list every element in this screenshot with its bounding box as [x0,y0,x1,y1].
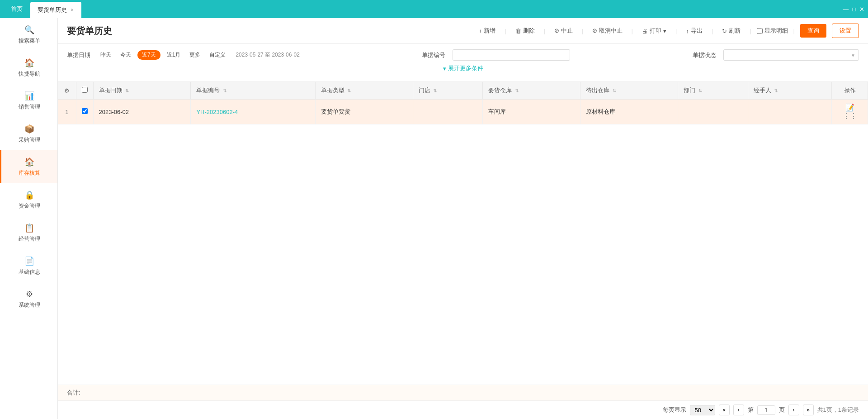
tab-history[interactable]: 要货单历史 × [30,2,81,18]
date-label: 单据日期 [67,51,90,59]
settings-col-icon: ⚙ [64,87,70,94]
sidebar-item-inventory[interactable]: 🏠 库存核算 [0,150,57,183]
window-minimize-btn[interactable]: — [843,6,849,13]
expand-chevron-icon: ▾ [443,65,446,72]
display-detail-toggle[interactable]: 显示明细 [757,27,788,35]
date-option-last1m[interactable]: 近1月 [164,50,184,60]
doc-no-input[interactable] [453,49,570,61]
tab-history-label: 要货单历史 [38,6,67,14]
settings-label: 设置 [840,27,851,35]
divider-8: | [793,28,795,34]
window-close-btn[interactable]: ✕ [859,6,864,13]
row-num: 1 [58,100,76,124]
col-docno[interactable]: 单据编号 ⇅ [191,82,315,100]
row-doctype: 要货单要货 [315,100,413,124]
col-pending-warehouse-sort-icon: ⇅ [613,88,616,93]
row-req-warehouse: 车间库 [483,100,580,124]
col-doctype[interactable]: 单据类型 ⇅ [315,82,413,100]
row-checkbox[interactable] [82,108,88,114]
col-req-warehouse[interactable]: 要货仓库 ⇅ [483,82,580,100]
sidebar-item-purchase-mgmt-label: 采购管理 [19,136,40,144]
select-all-checkbox[interactable] [82,87,88,93]
page-num-input[interactable] [757,405,775,415]
cancel-stop-btn[interactable]: ⊘ 取消中止 [589,25,626,37]
date-option-more[interactable]: 更多 [187,50,203,60]
col-pending-warehouse-label: 待出仓库 [586,87,609,94]
page-title: 要货单历史 [67,25,475,37]
print-btn[interactable]: 🖨 打印 ▾ [638,25,670,37]
display-detail-checkbox[interactable] [757,28,763,34]
sidebar-item-system-mgmt[interactable]: ⚙ 系统管理 [0,282,57,315]
page-last-btn[interactable]: » [803,405,814,415]
refresh-btn[interactable]: ↻ 刷新 [718,25,744,37]
col-date[interactable]: 单据日期 ⇅ [93,82,191,100]
col-req-warehouse-label: 要货仓库 [488,87,512,94]
page-unit: 页 [779,406,785,414]
page-next-icon: › [793,407,795,413]
delete-icon: 🗑 [515,28,521,34]
sidebar-item-sales-mgmt[interactable]: 📊 销售管理 [0,84,57,117]
col-date-sort-icon: ⇅ [125,88,129,93]
page-first-icon: « [722,407,726,413]
status-select[interactable] [723,49,859,61]
col-ops: 操作 [832,82,868,100]
tab-home[interactable]: 首页 [4,0,30,18]
divider-2: | [544,28,545,34]
stop-btn[interactable]: ⊘ 中止 [551,25,576,37]
date-option-yesterday[interactable]: 昨天 [98,50,114,60]
sidebar: 🔍 搜索菜单 🏠 快捷导航 📊 销售管理 📦 采购管理 🏠 库存核算 🔒 资金管… [0,18,58,419]
col-handler-sort-icon: ⇅ [774,88,778,93]
data-table: ⚙ 单据日期 ⇅ 单据编号 ⇅ [58,82,868,124]
sidebar-item-operation-mgmt[interactable]: 📋 经营管理 [0,216,57,249]
new-label: 新增 [484,27,495,35]
refresh-label: 刷新 [729,27,741,35]
table-row: 1 2023-06-02 YH-20230602-4 要货单要货 [58,100,868,124]
page-total-info: 共1页，1条记录 [817,406,859,414]
divider-1: | [505,28,506,34]
col-store[interactable]: 门店 ⇅ [413,82,483,100]
inventory-icon: 🏠 [24,157,35,167]
row-docno[interactable]: YH-20230602-4 [191,100,315,124]
delete-btn[interactable]: 🗑 删除 [512,25,538,37]
sidebar-item-quick-nav[interactable]: 🏠 快捷导航 [0,51,57,84]
divider-7: | [750,28,751,34]
col-pending-warehouse[interactable]: 待出仓库 ⇅ [580,82,678,100]
row-edit-icon[interactable]: 📝 [845,104,854,111]
query-label: 查询 [807,27,819,35]
divider-3: | [582,28,583,34]
date-option-today[interactable]: 今天 [118,50,134,60]
tab-history-close-icon[interactable]: × [71,7,74,13]
row-ops: 📝 ⋮⋮ [832,100,868,124]
date-option-last7[interactable]: 近7天 [137,50,160,60]
col-handler[interactable]: 经手人 ⇅ [748,82,831,100]
sidebar-item-finance-mgmt[interactable]: 🔒 资金管理 [0,183,57,216]
sidebar-item-basic-info[interactable]: 📄 基础信息 [0,249,57,282]
sidebar-item-purchase-mgmt[interactable]: 📦 采购管理 [0,117,57,150]
date-option-custom[interactable]: 自定义 [207,50,228,60]
export-btn[interactable]: ↑ 导出 [682,25,706,37]
col-doctype-sort-icon: ⇅ [347,88,351,93]
row-more-icon[interactable]: ⋮⋮ [843,112,857,120]
sidebar-item-operation-mgmt-label: 经营管理 [19,235,40,243]
row-checkbox-cell[interactable] [76,100,93,124]
page-size-select[interactable]: 20 50 100 [690,405,715,415]
sidebar-item-system-mgmt-label: 系统管理 [19,301,40,309]
col-checkbox[interactable] [76,82,93,100]
page-first-btn[interactable]: « [719,405,730,415]
col-dept[interactable]: 部门 ⇅ [678,82,748,100]
sidebar-item-inventory-label: 库存核算 [19,169,40,177]
expand-btn[interactable]: ▾ 展开更多条件 [443,64,483,72]
page-next-btn[interactable]: › [788,405,799,415]
system-mgmt-icon: ⚙ [24,289,35,300]
doc-no-label: 单据编号 [422,51,445,59]
window-maximize-btn[interactable]: □ [852,6,856,13]
page-prev-btn[interactable]: ‹ [733,405,744,415]
col-docno-label: 单据编号 [196,87,220,94]
query-btn[interactable]: 查询 [800,24,826,38]
settings-btn[interactable]: 设置 [832,24,859,38]
sidebar-item-search-menu[interactable]: 🔍 搜索菜单 [0,18,57,51]
new-btn[interactable]: + 新增 [475,25,500,37]
row-docno-link[interactable]: YH-20230602-4 [196,109,238,115]
col-settings[interactable]: ⚙ [58,82,76,100]
col-handler-label: 经手人 [754,87,771,94]
